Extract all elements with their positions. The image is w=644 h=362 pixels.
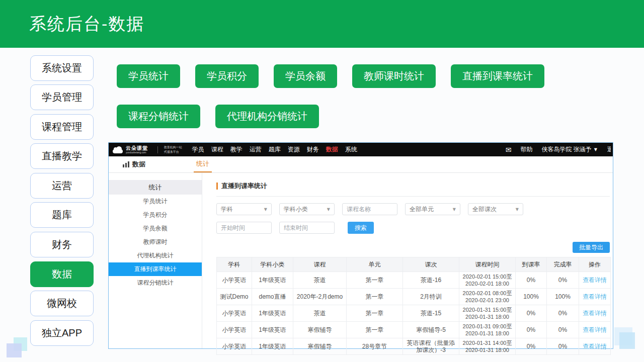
cutoff-text: 退 — [607, 145, 611, 154]
view-details-link[interactable]: 查看详情 — [579, 338, 611, 355]
table-cell: 0% — [547, 322, 579, 338]
table-cell: 2020-01-31 09:00至2020-01-31 18:00 — [459, 322, 516, 338]
chevron-down-icon: ▼ — [264, 207, 267, 212]
table-cell: 100% — [547, 289, 579, 305]
table-header-row: 学科 学科小类 课程 单元 课次 课程时间 到课率 完成率 操作 — [217, 257, 611, 272]
course-distribution-stats-button[interactable]: 课程分销统计 — [117, 105, 200, 128]
account-menu[interactable]: 侠客岛学院 张涵予 ▼ — [542, 145, 598, 154]
table-cell: 2020-02-01 08:00至2020-02-01 23:00 — [459, 289, 516, 305]
col-completion-rate: 完成率 — [547, 257, 579, 272]
course-name-input[interactable] — [342, 203, 397, 215]
batch-export-button[interactable]: 批量导出 — [573, 242, 610, 253]
nav-students[interactable]: 学员 — [192, 145, 204, 154]
lesson-select[interactable]: 全部课次 ▼ — [468, 203, 523, 215]
table-cell: 2020-01-31 14:00至2020-01-31 18:00 — [459, 338, 516, 355]
table-cell: 茶道 — [293, 272, 347, 289]
sidebar-item-system-settings[interactable]: 系统设置 — [30, 55, 94, 81]
search-button[interactable]: 搜索 — [348, 222, 374, 234]
decoration-square — [7, 343, 22, 357]
cloud-logo-icon — [113, 149, 123, 153]
view-details-link[interactable]: 查看详情 — [579, 289, 611, 305]
sidebar-item-finance[interactable]: 财务 — [30, 232, 94, 257]
table-cell: 0% — [547, 338, 579, 355]
content-title: 直播到课率统计 — [216, 182, 610, 191]
student-stats-button[interactable]: 学员统计 — [117, 64, 180, 88]
sidebar-item-operations[interactable]: 运营 — [30, 173, 94, 199]
page-header: 系统后台-数据 — [0, 0, 644, 48]
table-cell: 0% — [547, 272, 579, 289]
nav-teaching[interactable]: 教学 — [230, 145, 243, 154]
bar-chart-icon — [123, 161, 129, 167]
chevron-down-icon: ▼ — [594, 147, 597, 152]
table-cell: 1年级英语 — [252, 305, 293, 322]
table-row: 小学英语1年级英语寒假辅导28号章节英语课程（批量添加课次）-32020-01-… — [217, 338, 611, 355]
start-time-input[interactable] — [216, 222, 272, 234]
sidebar-item-standalone-app[interactable]: 独立APP — [30, 320, 94, 346]
nav-system[interactable]: 系统 — [345, 145, 357, 154]
end-time-input[interactable] — [279, 222, 335, 234]
account-name: 侠客岛学院 张涵予 — [542, 145, 592, 154]
brand-domain: yunduoketang.com — [126, 151, 146, 153]
view-details-link[interactable]: 查看详情 — [579, 272, 611, 289]
quick-buttons-row-2: 课程分销统计 代理机构分销统计 — [117, 105, 319, 128]
sidebar-item-live-teaching[interactable]: 直播教学 — [30, 143, 94, 169]
subject-subcategory-select[interactable]: 学科小类 ▼ — [279, 203, 335, 215]
table-cell: 寒假辅导 — [293, 338, 347, 355]
brand-logo: 云朵课堂 yunduoketang.com 教育机构一站 式服务平台 — [113, 145, 182, 154]
col-course-time: 课程时间 — [459, 257, 516, 272]
page: 系统后台-数据 系统设置 学员管理 课程管理 直播教学 运营 题库 财务 数据 … — [0, 0, 644, 362]
filter-row-1: 学科 ▼ 学科小类 ▼ 全部单元 ▼ 全部课次 ▼ — [216, 203, 610, 215]
admin-screenshot: 云朵课堂 yunduoketang.com 教育机构一站 式服务平台 学员 课程… — [108, 142, 613, 349]
table-cell: 测试Demo — [217, 289, 252, 305]
table-cell: 1年级英语 — [252, 272, 293, 289]
attendance-table: 学科 学科小类 课程 单元 课次 课程时间 到课率 完成率 操作 小学英语1年级… — [216, 257, 611, 355]
sidebar-item-question-bank[interactable]: 题库 — [30, 202, 94, 228]
live-attendance-stats-button[interactable]: 直播到课率统计 — [451, 64, 544, 88]
table-cell: 小学英语 — [217, 272, 252, 289]
table-cell: 第一章 — [347, 322, 403, 338]
view-details-link[interactable]: 查看详情 — [579, 322, 611, 338]
stats-item-balance[interactable]: 学员余额 — [109, 222, 202, 235]
sidebar-item-course-management[interactable]: 课程管理 — [30, 114, 94, 140]
teacher-hours-stats-button[interactable]: 教师课时统计 — [352, 64, 436, 88]
stats-item-course-distribution[interactable]: 课程分销统计 — [109, 276, 202, 290]
stats-item-students[interactable]: 学员统计 — [109, 195, 202, 208]
table-cell: 第一章 — [347, 289, 403, 305]
agency-distribution-stats-button[interactable]: 代理机构分销统计 — [215, 105, 319, 128]
nav-courses[interactable]: 课程 — [211, 145, 223, 154]
nav-finance[interactable]: 财务 — [307, 145, 319, 154]
stats-item-agency[interactable]: 代理机构统计 — [109, 249, 202, 262]
student-balance-button[interactable]: 学员余额 — [274, 64, 337, 88]
nav-resources[interactable]: 资源 — [288, 145, 300, 154]
stats-item-points[interactable]: 学员积分 — [109, 208, 202, 222]
stats-item-teacher-hours[interactable]: 教师课时 — [109, 235, 202, 249]
table-row: 小学英语1年级英语寒假辅导第一章寒假辅导-52020-01-31 09:00至2… — [217, 322, 611, 338]
nav-question-bank[interactable]: 题库 — [269, 145, 281, 154]
unit-select[interactable]: 全部单元 ▼ — [405, 203, 460, 215]
table-cell: 2020年-2月demo — [293, 289, 347, 305]
tab-statistics[interactable]: 统计 — [194, 156, 212, 172]
col-actions: 操作 — [579, 257, 611, 272]
nav-operations[interactable]: 运营 — [250, 145, 262, 154]
table-cell: 0% — [516, 322, 547, 338]
admin-content: 直播到课率统计 学科 ▼ 学科小类 ▼ 全部单元 ▼ — [202, 173, 613, 348]
stats-item-live-attendance[interactable]: 直播到课率统计 — [109, 262, 202, 276]
table-cell: 2月特训 — [403, 289, 459, 305]
table-cell: 100% — [516, 289, 547, 305]
table-cell: 茶道 — [293, 305, 347, 322]
table-row: 小学英语1年级英语茶道第一章茶道-152020-01-31 15:00至2020… — [217, 305, 611, 322]
subject-select[interactable]: 学科 ▼ — [216, 203, 272, 215]
sidebar-item-student-management[interactable]: 学员管理 — [30, 84, 94, 110]
mail-icon[interactable]: ✉ — [506, 146, 512, 153]
table-cell: 英语课程（批量添加课次）-3 — [403, 338, 459, 355]
student-points-button[interactable]: 学员积分 — [195, 64, 259, 88]
view-details-link[interactable]: 查看详情 — [579, 305, 611, 322]
nav-data[interactable]: 数据 — [326, 145, 338, 154]
sidebar-item-micro-school[interactable]: 微网校 — [30, 291, 94, 316]
export-row: 批量导出 — [216, 242, 610, 253]
table-cell: 0% — [516, 305, 547, 322]
logo-divider — [157, 146, 158, 153]
admin-nav-right: ✉ 帮助 侠客岛学院 张涵予 ▼ 退 — [506, 145, 609, 154]
sidebar-item-data[interactable]: 数据 — [30, 261, 94, 287]
help-link[interactable]: 帮助 — [521, 145, 533, 154]
